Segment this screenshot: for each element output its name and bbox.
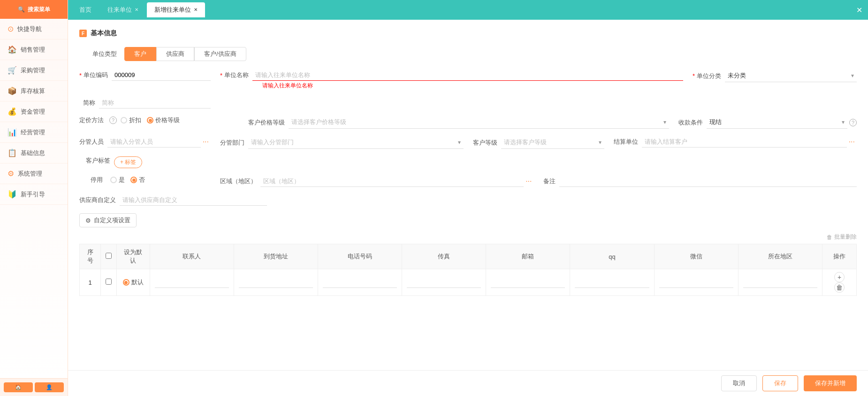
delete-row-button[interactable]: 🗑 (834, 282, 845, 293)
col-contact: 联系人 (150, 244, 234, 269)
add-tag-button[interactable]: + 标签 (114, 156, 142, 168)
field-department: 分管部门 请输入分管部门 ▾ (220, 136, 464, 149)
manager-more-icon[interactable]: ··· (201, 138, 211, 146)
tab-new-partner[interactable]: 新增往来单位 ✕ (147, 2, 205, 17)
customer-price-select[interactable]: 请选择客户价格等级 ▾ (289, 116, 669, 129)
row-qq-cell (570, 269, 654, 296)
disabled-no-option[interactable]: 否 (130, 176, 145, 184)
pricing-level-option[interactable]: 价格等级 (147, 116, 180, 124)
row-default-cell: 默认 (117, 269, 150, 296)
row-phone-cell (318, 269, 402, 296)
pricing-discount-radio[interactable] (121, 117, 127, 124)
sales-icon: 🏠 (8, 45, 17, 54)
remark-input[interactable] (559, 176, 857, 187)
category-required-star: * (693, 72, 695, 79)
field-customer-price: 客户价格等级 请选择客户价格等级 ▾ (248, 116, 669, 129)
address-input[interactable] (239, 277, 313, 288)
select-all-checkbox[interactable] (106, 253, 112, 259)
settlement-more-icon[interactable]: ··· (847, 138, 857, 146)
sidebar-footer: 🏠 👤 (0, 378, 68, 396)
row-default-radio[interactable] (123, 279, 129, 286)
cancel-button[interactable]: 取消 (721, 375, 757, 391)
supplier-custom-input[interactable] (120, 194, 267, 206)
customer-level-select[interactable]: 请选择客户等级 ▾ (501, 136, 604, 149)
short-name-input[interactable] (99, 97, 211, 109)
settlement-input[interactable] (642, 136, 847, 148)
guide-icon: 🔰 (8, 190, 17, 199)
col-action: 操作 (822, 244, 857, 269)
code-input[interactable] (112, 70, 211, 81)
tab-partners[interactable]: 往来单位 ✕ (100, 2, 146, 17)
add-row-button[interactable]: + (834, 272, 845, 282)
region-input[interactable] (743, 277, 817, 288)
form-container: F 基本信息 单位类型 客户 供应商 客户/供应商 * 单位编码 * 单位名称 (68, 20, 868, 370)
contact-input[interactable] (155, 277, 229, 288)
category-select[interactable]: 未分类 ▾ (725, 70, 857, 82)
close-partners-tab-icon[interactable]: ✕ (135, 8, 138, 12)
area-input[interactable] (260, 176, 524, 187)
row-email-cell (486, 269, 570, 296)
row-checkbox[interactable] (106, 279, 112, 285)
code-label: 单位编码 (84, 71, 108, 79)
batch-delete-button[interactable]: 🗑 批量删除 (827, 233, 857, 241)
row-default-radio-label[interactable]: 默认 (122, 278, 145, 287)
bottom-bar: 取消 保存 保存并新增 (68, 370, 868, 396)
sidebar-item-sales[interactable]: 🏠 销售管理 (0, 39, 68, 60)
unit-type-supplier[interactable]: 供应商 (156, 47, 194, 61)
col-address: 到货地址 (234, 244, 318, 269)
pricing-help-icon[interactable]: ? (109, 116, 117, 124)
disabled-yes-radio[interactable] (110, 177, 117, 183)
disabled-no-radio[interactable] (130, 177, 137, 183)
pricing-discount-option[interactable]: 折扣 (121, 116, 141, 124)
phone-input[interactable] (323, 277, 397, 288)
pricing-level-radio[interactable] (147, 117, 153, 124)
save-button[interactable]: 保存 (762, 375, 798, 391)
table-row: 1 默认 (80, 269, 857, 296)
unit-type-both[interactable]: 客户/供应商 (194, 47, 246, 61)
disabled-yes-option[interactable]: 是 (110, 176, 125, 184)
fax-input[interactable] (407, 277, 481, 288)
col-qq: qq (570, 244, 654, 269)
sidebar-item-basic[interactable]: 📋 基础信息 (0, 143, 68, 163)
supplier-custom-label: 供应商自定义 (79, 196, 116, 204)
sidebar-item-inventory[interactable]: 📦 库存核算 (0, 81, 68, 101)
category-chevron-icon: ▾ (851, 72, 854, 79)
payment-select[interactable]: 现结 ▾ (707, 116, 847, 129)
disabled-radio-group: 是 否 (110, 176, 145, 184)
save-and-new-button[interactable]: 保存并新增 (804, 375, 857, 391)
field-disabled: 停用 是 否 (79, 176, 211, 184)
basic-icon: 📋 (8, 148, 17, 157)
customer-price-placeholder: 请选择客户价格等级 (291, 118, 663, 126)
unit-type-row: 单位类型 客户 供应商 客户/供应商 (79, 47, 857, 61)
sidebar-item-system[interactable]: ⚙ 系统管理 (0, 163, 68, 184)
close-new-partner-tab-icon[interactable]: ✕ (194, 8, 198, 12)
manager-input[interactable] (107, 136, 201, 148)
code-required-star: * (79, 72, 82, 79)
customer-level-chevron-icon: ▾ (599, 139, 602, 146)
email-input[interactable] (491, 277, 565, 288)
department-select[interactable]: 请输入分管部门 ▾ (248, 136, 464, 149)
field-pricing: 定价方法 ? 折扣 价格等级 (79, 116, 239, 124)
col-checkbox (101, 244, 117, 269)
col-fax: 传真 (402, 244, 486, 269)
payment-help-icon[interactable]: ? (849, 119, 857, 126)
department-chevron-icon: ▾ (458, 139, 461, 146)
sidebar-item-guide[interactable]: 🔰 新手引导 (0, 184, 68, 205)
area-more-icon[interactable]: ··· (524, 177, 533, 186)
unit-type-customer[interactable]: 客户 (124, 47, 156, 61)
wechat-input[interactable] (659, 277, 733, 288)
close-all-tabs-icon[interactable]: ✕ (854, 4, 864, 16)
name-input[interactable] (252, 70, 683, 81)
custom-settings-button[interactable]: ⚙ 自定义项设置 (79, 213, 137, 227)
tab-home[interactable]: 首页 (72, 2, 99, 17)
user-footer-btn[interactable]: 👤 (35, 382, 64, 392)
customer-price-label: 客户价格等级 (248, 118, 285, 127)
sidebar-item-purchase[interactable]: 🛒 采购管理 (0, 60, 68, 81)
sidebar-item-operation[interactable]: 📊 经营管理 (0, 122, 68, 143)
sidebar-item-shortcut[interactable]: ⊙ 快捷导航 (0, 19, 68, 39)
pricing-label: 定价方法 (79, 116, 104, 124)
home-footer-btn[interactable]: 🏠 (4, 382, 33, 392)
qq-input[interactable] (575, 277, 649, 288)
sidebar-item-finance[interactable]: 💰 资金管理 (0, 101, 68, 122)
department-placeholder: 请输入分管部门 (251, 138, 458, 147)
